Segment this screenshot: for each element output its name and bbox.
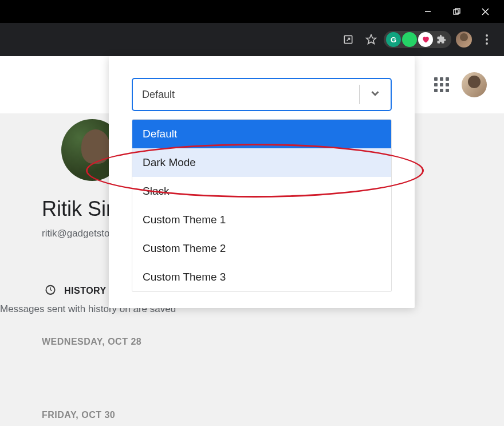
star-icon[interactable] — [361, 29, 381, 50]
theme-option-custom2[interactable]: Custom Theme 2 — [132, 234, 391, 263]
chevron-down-icon — [369, 87, 381, 102]
history-icon — [45, 284, 56, 298]
window-maximize[interactable] — [442, 0, 471, 23]
theme-option-slack[interactable]: Slack — [132, 177, 391, 206]
heart-ext-icon[interactable] — [418, 32, 433, 47]
account-avatar[interactable] — [462, 72, 487, 97]
svg-rect-2 — [455, 9, 460, 13]
theme-options-list: Default Dark Mode Slack Custom Theme 1 C… — [132, 119, 392, 292]
profile-avatar-small[interactable] — [454, 29, 474, 50]
history-label: HISTORY — [64, 286, 107, 296]
svg-marker-6 — [367, 35, 376, 44]
apps-grid-icon[interactable] — [434, 77, 449, 92]
theme-option-darkmode[interactable]: Dark Mode — [132, 148, 391, 177]
open-external-icon[interactable] — [338, 29, 359, 50]
window-titlebar — [0, 0, 504, 23]
browser-menu-icon[interactable] — [477, 29, 497, 50]
theme-select[interactable]: Default — [132, 78, 392, 111]
green-ext-icon[interactable] — [402, 32, 417, 47]
window-minimize[interactable] — [414, 0, 442, 23]
date-label-1: WEDNESDAY, OCT 28 — [0, 337, 504, 347]
browser-toolbar: G — [0, 23, 504, 56]
window-close[interactable] — [471, 0, 499, 23]
theme-select-value: Default — [142, 89, 175, 101]
select-divider — [359, 85, 360, 104]
theme-option-custom3[interactable]: Custom Theme 3 — [132, 263, 391, 291]
grammarly-ext-icon[interactable]: G — [386, 32, 401, 47]
theme-option-custom1[interactable]: Custom Theme 1 — [132, 206, 391, 234]
date-label-2: FRIDAY, OCT 30 — [0, 410, 504, 420]
theme-option-default[interactable]: Default — [132, 120, 391, 148]
extensions-pill: G — [384, 31, 451, 48]
svg-rect-1 — [454, 10, 458, 14]
puzzle-ext-icon[interactable] — [434, 32, 449, 47]
theme-dropdown-panel: Default Default Dark Mode Slack Custom T… — [109, 56, 415, 308]
